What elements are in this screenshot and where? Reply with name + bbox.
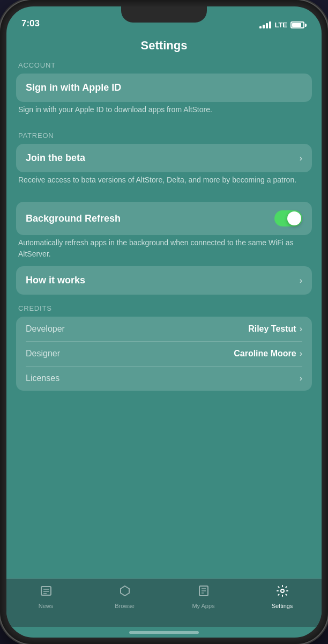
patreon-section-label: PATREON [16, 131, 312, 140]
credits-section: CREDITS Developer Riley Testut › Designe… [16, 304, 312, 391]
lte-icon: LTE [274, 21, 287, 29]
patreon-card: Join the beta › [16, 144, 312, 172]
status-time: 7:03 [21, 18, 40, 29]
designer-name: Caroline Moore [234, 349, 296, 358]
designer-chevron: › [300, 349, 302, 358]
designer-row[interactable]: Designer Caroline Moore › [16, 341, 312, 366]
signal-icon [259, 21, 271, 28]
join-beta-title: Join the beta [26, 152, 85, 164]
licenses-label: Licenses [26, 374, 59, 383]
join-beta-description: Receive access to beta versions of AltSt… [16, 172, 312, 192]
how-it-works-title: How it works [26, 275, 85, 286]
developer-label: Developer [26, 324, 65, 334]
account-section: ACCOUNT Sign in with Apple ID Sign in wi… [16, 61, 312, 122]
refresh-section: Background Refresh Automatically refresh… [16, 202, 312, 295]
account-card: Sign in with Apple ID [16, 74, 312, 102]
how-it-works-chevron: › [300, 276, 302, 286]
credits-card: Developer Riley Testut › Designer Caroli… [16, 317, 312, 391]
developer-right: Riley Testut › [248, 324, 302, 334]
tab-myapps[interactable]: My Apps [164, 584, 243, 609]
content-area: Settings ACCOUNT Sign in with Apple ID S… [6, 33, 322, 638]
licenses-chevron: › [300, 374, 302, 383]
how-it-works-row[interactable]: How it works › [16, 266, 312, 295]
toggle-knob [287, 211, 301, 225]
licenses-row[interactable]: Licenses › [16, 366, 312, 391]
refresh-card: Background Refresh [16, 202, 312, 235]
news-tab-label: News [39, 603, 54, 609]
tab-browse[interactable]: Browse [85, 584, 164, 609]
licenses-right: › [300, 374, 302, 383]
myapps-tab-label: My Apps [192, 603, 214, 609]
join-beta-chevron: › [300, 153, 302, 163]
status-icons: LTE [259, 21, 307, 29]
battery-icon [290, 21, 307, 28]
developer-row[interactable]: Developer Riley Testut › [16, 317, 312, 341]
settings-tab-label: Settings [272, 603, 293, 609]
credits-section-label: CREDITS [16, 304, 312, 312]
designer-label: Designer [26, 349, 60, 358]
designer-right: Caroline Moore › [234, 349, 302, 358]
notch [121, 6, 207, 23]
page-title: Settings [141, 39, 188, 52]
svg-point-8 [281, 589, 284, 592]
sign-in-description: Sign in with your Apple ID to download a… [16, 102, 312, 122]
home-indicator [6, 627, 322, 638]
browse-tab-label: Browse [115, 603, 135, 609]
page-header: Settings [6, 33, 322, 61]
background-refresh-description: Automatically refresh apps in the backgr… [16, 235, 312, 266]
sign-in-row[interactable]: Sign in with Apple ID [16, 74, 312, 102]
sign-in-title: Sign in with Apple ID [26, 82, 121, 93]
background-refresh-row[interactable]: Background Refresh [16, 202, 312, 235]
developer-name: Riley Testut [248, 324, 296, 334]
myapps-icon [197, 584, 210, 601]
patreon-section: PATREON Join the beta › Receive access t… [16, 131, 312, 192]
background-refresh-toggle[interactable] [274, 210, 302, 226]
scroll-content: ACCOUNT Sign in with Apple ID Sign in wi… [6, 61, 322, 579]
phone-screen: 7:03 LTE Settings [6, 6, 322, 638]
join-beta-row[interactable]: Join the beta › [16, 144, 312, 172]
phone-frame: 7:03 LTE Settings [0, 0, 328, 644]
tab-settings[interactable]: Settings [243, 584, 322, 609]
tab-bar: News Browse [6, 579, 322, 627]
news-icon [40, 584, 53, 601]
developer-chevron: › [300, 324, 302, 334]
how-it-works-card: How it works › [16, 266, 312, 295]
background-refresh-title: Background Refresh [26, 213, 121, 224]
settings-icon [276, 584, 289, 601]
account-section-label: ACCOUNT [16, 61, 312, 69]
home-bar [129, 631, 199, 634]
browse-icon [118, 584, 131, 601]
tab-news[interactable]: News [6, 584, 85, 609]
